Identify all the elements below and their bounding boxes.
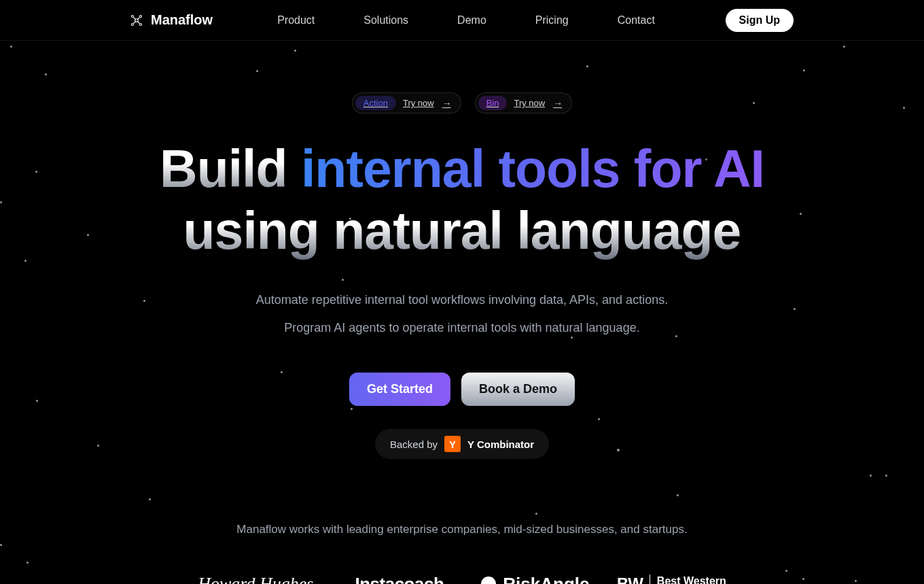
client-logo-riskangle: RiskAngle xyxy=(481,573,590,584)
hero-subtext: Automate repetitive internal tool workfl… xyxy=(256,290,668,338)
cta-row: Get Started Book a Demo xyxy=(349,373,575,406)
brand-icon xyxy=(130,14,143,27)
announcement-pills: Action Try now → Bin Try now → xyxy=(352,92,572,114)
subtext-line2: Program AI agents to operate internal to… xyxy=(256,318,668,338)
nav-link-solutions[interactable]: Solutions xyxy=(363,14,408,27)
headline-part1: Build xyxy=(160,139,301,198)
primary-nav: Product Solutions Demo Pricing Contact xyxy=(277,14,655,27)
svg-point-2 xyxy=(140,15,142,17)
pill-bin-cta: Try now xyxy=(514,98,545,108)
client-logo-best-western: BW Best Western Hotels & Resorts xyxy=(617,573,726,584)
svg-point-1 xyxy=(132,15,134,17)
svg-point-4 xyxy=(140,23,142,25)
brand-name: Manaflow xyxy=(151,12,213,28)
clients-intro-text: Manaflow works with leading enterprise c… xyxy=(236,523,687,536)
client-logos-row: Howard Hughes. Instacoach RiskAngle BW B… xyxy=(198,573,726,584)
backed-by-badge[interactable]: Backed by Y Y Combinator xyxy=(375,429,549,459)
client-logo-instacoach: Instacoach xyxy=(345,573,454,584)
headline-highlight: internal tools for AI xyxy=(301,139,764,198)
arrow-right-icon: → xyxy=(442,98,451,109)
hero-section: Action Try now → Bin Try now → Build int… xyxy=(0,41,924,584)
pill-action-cta: Try now xyxy=(403,98,434,108)
headline-part2: using natural language xyxy=(183,201,741,260)
site-header: Manaflow Product Solutions Demo Pricing … xyxy=(0,0,924,41)
nav-link-contact[interactable]: Contact xyxy=(618,14,655,27)
signup-button[interactable]: Sign Up xyxy=(726,9,794,32)
client-logo-howard-hughes: Howard Hughes. xyxy=(198,573,318,584)
bw-mark: BW xyxy=(617,574,650,584)
get-started-button[interactable]: Get Started xyxy=(349,373,450,406)
backed-prefix: Backed by xyxy=(390,439,438,450)
subtext-line1: Automate repetitive internal tool workfl… xyxy=(256,290,668,310)
hero-headline: Build internal tools for AI using natura… xyxy=(160,138,764,262)
backed-name: Y Combinator xyxy=(467,439,534,450)
nav-link-pricing[interactable]: Pricing xyxy=(535,14,569,27)
yc-icon: Y xyxy=(444,436,461,452)
nav-link-demo[interactable]: Demo xyxy=(457,14,486,27)
pill-bin[interactable]: Bin Try now → xyxy=(475,92,573,114)
book-demo-button[interactable]: Book a Demo xyxy=(461,373,575,406)
svg-point-3 xyxy=(132,23,134,25)
pill-action-tag: Action xyxy=(355,96,396,110)
nav-link-product[interactable]: Product xyxy=(277,14,315,27)
arrow-right-icon: → xyxy=(553,98,562,109)
pill-bin-tag: Bin xyxy=(478,96,508,110)
pill-action[interactable]: Action Try now → xyxy=(352,92,461,114)
brand-logo[interactable]: Manaflow xyxy=(130,12,213,28)
bw-name: Best Western xyxy=(657,576,726,584)
